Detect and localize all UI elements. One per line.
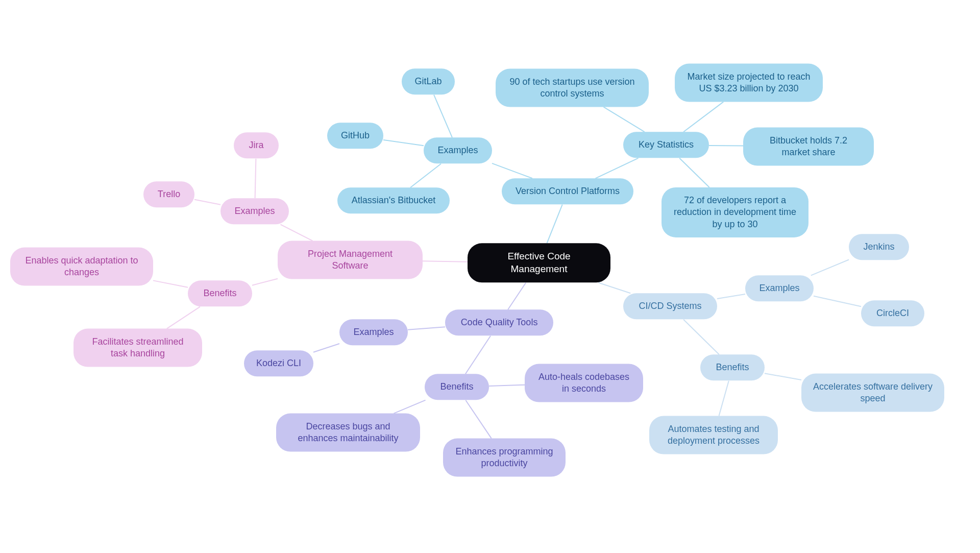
node-bitbucket-ex: Atlassian's Bitbucket bbox=[337, 187, 450, 213]
svg-line-7 bbox=[410, 164, 441, 188]
svg-line-22 bbox=[489, 385, 525, 386]
svg-line-3 bbox=[599, 283, 630, 294]
svg-line-0 bbox=[547, 205, 562, 244]
node-stat-90: 90 of tech startups use version control … bbox=[496, 69, 649, 107]
center-node: Effective Code Management bbox=[468, 243, 610, 282]
branch-version-control: Version Control Platforms bbox=[502, 178, 633, 204]
branch-cicd: CI/CD Systems bbox=[623, 293, 717, 319]
svg-line-21 bbox=[465, 336, 491, 374]
node-delivery-speed: Accelerates software delivery speed bbox=[801, 374, 944, 412]
svg-line-16 bbox=[252, 279, 278, 285]
node-gitlab: GitLab bbox=[402, 68, 455, 94]
node-auto-heal: Auto-heals codebases in seconds bbox=[525, 364, 643, 402]
branch-code-quality: Code Quality Tools bbox=[445, 309, 553, 335]
node-circleci: CircleCI bbox=[861, 300, 924, 326]
node-jira: Jira bbox=[234, 132, 279, 158]
node-vc-examples: Examples bbox=[424, 137, 492, 163]
svg-line-2 bbox=[508, 283, 526, 310]
node-jenkins: Jenkins bbox=[849, 234, 909, 260]
node-adapt: Enables quick adaptation to changes bbox=[10, 248, 153, 286]
node-automates: Automates testing and deployment process… bbox=[649, 416, 778, 454]
svg-line-15 bbox=[194, 200, 220, 205]
node-trello: Trello bbox=[143, 181, 194, 207]
node-pm-benefits: Benefits bbox=[188, 280, 252, 306]
svg-line-20 bbox=[313, 344, 339, 352]
node-ci-examples: Examples bbox=[745, 275, 814, 301]
node-pm-examples: Examples bbox=[220, 198, 289, 224]
node-github: GitHub bbox=[327, 123, 383, 149]
branch-project-management: Project Management Software bbox=[278, 241, 423, 279]
node-kodezi: Kodezi CLI bbox=[244, 350, 313, 376]
svg-line-26 bbox=[811, 260, 849, 276]
node-bugs: Decreases bugs and enhances maintainabil… bbox=[276, 414, 420, 452]
svg-line-23 bbox=[394, 400, 425, 414]
svg-line-28 bbox=[683, 320, 719, 355]
svg-line-30 bbox=[719, 381, 728, 416]
svg-line-1 bbox=[423, 261, 468, 261]
node-stat-bitbucket: Bitbucket holds 7.2 market share bbox=[743, 128, 874, 166]
svg-line-12 bbox=[679, 158, 709, 187]
svg-line-11 bbox=[709, 146, 743, 146]
svg-line-27 bbox=[814, 296, 861, 307]
svg-line-10 bbox=[683, 102, 723, 132]
node-stat-market: Market size projected to reach US $3.23 … bbox=[675, 64, 823, 102]
node-key-statistics: Key Statistics bbox=[623, 132, 709, 158]
svg-line-6 bbox=[434, 95, 452, 138]
svg-line-25 bbox=[717, 294, 745, 299]
node-stat-72: 72 of developers report a reduction in d… bbox=[662, 187, 808, 237]
node-ci-benefits: Benefits bbox=[700, 354, 765, 380]
svg-line-8 bbox=[595, 158, 638, 179]
svg-line-5 bbox=[383, 140, 424, 146]
node-prod: Enhances programming productivity bbox=[443, 439, 566, 477]
svg-line-24 bbox=[465, 400, 491, 439]
svg-line-29 bbox=[765, 373, 801, 380]
svg-line-4 bbox=[492, 163, 532, 178]
node-cq-examples: Examples bbox=[339, 319, 408, 345]
svg-line-19 bbox=[408, 327, 445, 330]
svg-line-9 bbox=[603, 107, 644, 132]
svg-line-14 bbox=[255, 159, 256, 199]
svg-line-17 bbox=[153, 280, 188, 287]
svg-line-13 bbox=[281, 225, 313, 241]
node-stream: Facilitates streamlined task handling bbox=[74, 329, 202, 367]
node-cq-benefits: Benefits bbox=[425, 374, 489, 400]
svg-line-18 bbox=[167, 307, 200, 329]
